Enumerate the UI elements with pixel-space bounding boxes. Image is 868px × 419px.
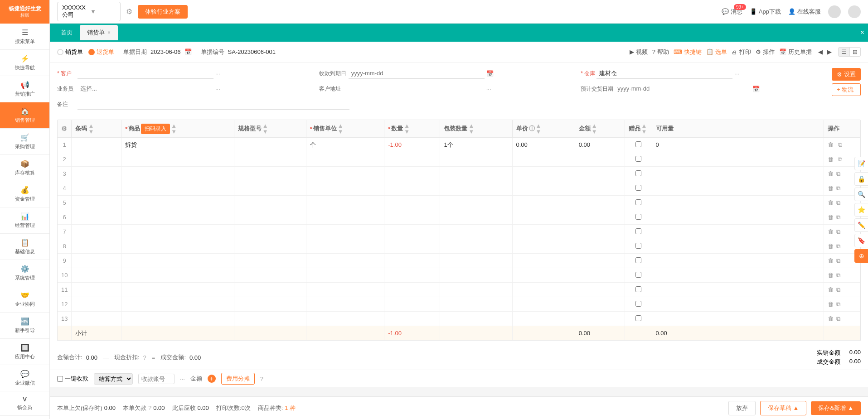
video-btn[interactable]: ▶ 视频 [630,48,648,56]
sidebar-item-marketing[interactable]: 📢 营销推广 [0,76,49,102]
row-3-copy-icon[interactable]: ⧉ [836,170,840,177]
sidebar-item-inventory[interactable]: 📦 库存核算 [0,155,49,181]
float-btn-orange[interactable]: ⊕ [854,249,868,263]
float-btn-edit[interactable]: ✏️ [854,218,868,232]
sidebar-item-finance[interactable]: 💰 资金管理 [0,181,49,207]
row-2-product[interactable] [121,152,234,167]
scan-button[interactable]: 扫码录入 [141,124,170,134]
draft-button[interactable]: 保存草稿 ▲ [760,401,807,415]
warehouse-input[interactable] [596,68,732,79]
row-1-amount[interactable]: 0.00 [575,138,625,152]
row-2-package-qty[interactable] [440,152,512,167]
row-1-delete-icon[interactable]: 🗑 [828,141,834,148]
sidebar-item-sales[interactable]: 🏠 销售管理 [0,102,49,129]
calendar-expected-icon[interactable]: 📅 [752,86,760,92]
next-arrow[interactable]: ▶ [825,48,834,56]
discount-info-icon[interactable]: ? [143,354,146,361]
sidebar-item-apps[interactable]: 🔲 应用中心 [0,339,49,365]
row-11-copy-icon[interactable]: ⧉ [836,286,840,293]
debt-info-icon[interactable]: ? [148,405,151,411]
sidebar-item-system[interactable]: ⚙️ 系统管理 [0,260,49,286]
add-payment-button[interactable]: + [208,375,216,383]
row-1-gift[interactable] [625,138,652,152]
row-10-delete-icon[interactable]: 🗑 [828,272,834,279]
row-8-copy-icon[interactable]: ⧉ [836,243,840,250]
sidebar-item-quicknav[interactable]: ⚡ 快捷导航 [0,50,49,76]
print-btn[interactable]: 🖨 打印 [732,48,751,56]
row-2-delete-icon[interactable]: 🗑 [828,156,834,163]
save-new-button[interactable]: 保存&新增 ▲ [811,401,861,415]
radio-return[interactable]: 退货单 [88,48,114,56]
tab-home[interactable]: 首页 [53,25,80,40]
row-9-copy-icon[interactable]: ⧉ [836,257,840,264]
app-download-button[interactable]: 📱 App下载 [750,8,781,16]
row-3-delete-icon[interactable]: 🗑 [828,170,834,177]
calendar-payment-icon[interactable]: 📅 [486,70,494,77]
expense-help-icon[interactable]: ? [260,376,263,382]
logistics-button[interactable]: + 物流 [832,83,861,96]
row-7-delete-icon[interactable]: 🗑 [828,228,834,235]
row-1-quantity[interactable]: -1.00 [384,138,440,152]
prev-arrow[interactable]: ◀ [816,48,824,56]
sidebar-item-search[interactable]: ☰ 搜索菜单 [0,24,49,50]
tab-sales-order[interactable]: 销货单 × [80,25,118,40]
sidebar-item-basicinfo[interactable]: 📋 基础信息 [0,234,49,260]
row-2-quantity[interactable] [384,152,440,167]
row-12-copy-icon[interactable]: ⧉ [836,301,840,308]
sidebar-item-operations[interactable]: 📊 经营管理 [0,207,49,234]
tab-close-icon[interactable]: × [107,29,111,36]
price-info-icon[interactable]: ⓘ [529,125,535,133]
row-2-price[interactable] [512,152,575,167]
row-2-unit[interactable] [306,152,384,167]
shortcut-btn[interactable]: ⌨ 快捷键 [674,48,702,56]
float-btn-bookmark[interactable]: 🔖 [854,234,868,247]
row-2-gift[interactable] [625,152,652,167]
row-4-delete-icon[interactable]: 🗑 [828,185,834,192]
row-10-copy-icon[interactable]: ⧉ [836,272,840,279]
sidebar-item-enterprise[interactable]: 🤝 企业协同 [0,286,49,313]
history-btn[interactable]: 📅 历史单据 [779,48,812,56]
row-2-copy-icon[interactable]: ⧉ [838,156,842,163]
warehouse-dots-icon[interactable]: ··· [734,70,739,77]
row-2-barcode[interactable] [72,152,121,167]
list-view-btn[interactable]: ☰ [839,48,850,56]
row-8-delete-icon[interactable]: 🗑 [828,243,834,250]
settings-button[interactable]: ⚙ 设置 [832,68,861,81]
float-btn-notes[interactable]: 📝 [854,157,868,170]
sidebar-item-guide[interactable]: 🆕 新手引导 [0,313,49,339]
payment-date-input[interactable] [349,68,485,79]
float-btn-search[interactable]: 🔍 [854,188,868,201]
sidebar-item-wechat[interactable]: 💬 企业微信 [0,365,49,391]
float-btn-star[interactable]: ⭐ [854,203,868,217]
row-1-unit[interactable]: 个 [306,138,384,152]
account-input[interactable] [138,374,175,384]
float-btn-lock[interactable]: 🔒 [854,172,868,186]
row-5-delete-icon[interactable]: 🗑 [828,199,834,206]
one-click-payment-check[interactable]: 一键收款 [57,375,88,383]
message-button[interactable]: 💬 消息 99+ [722,8,742,16]
service-button[interactable]: 👤 在线客服 [788,8,821,16]
settings-icon[interactable]: ⚙ [126,7,132,16]
trial-button[interactable]: 体验行业方案 [138,5,188,19]
row-6-delete-icon[interactable]: 🗑 [828,214,834,221]
tabbar-close-icon[interactable]: × [860,29,864,37]
company-selector[interactable]: XXXXXX公司 ▼ [57,2,121,21]
settlement-select[interactable]: 结算方式 [94,373,133,385]
row-1-barcode[interactable] [72,138,121,152]
row-1-copy-icon[interactable]: ⧉ [838,141,842,148]
customer-input[interactable] [78,68,213,79]
grid-view-btn[interactable]: ⊞ [850,48,860,56]
row-1-price[interactable]: 0.00 [512,138,575,152]
sidebar-item-member[interactable]: V 畅会员 [0,391,49,416]
row-2-spec[interactable] [234,152,306,167]
help-btn[interactable]: ? 帮助 [652,48,669,56]
salesperson-dots-icon[interactable]: ··· [215,86,220,92]
customer-address-input[interactable] [349,83,485,94]
salesperson-input[interactable] [78,83,213,94]
row-9-delete-icon[interactable]: 🗑 [828,257,834,264]
goods-type-select[interactable]: 1 种 [285,404,296,412]
calendar-icon[interactable]: 📅 [184,48,192,55]
discard-button[interactable]: 放弃 [728,401,756,415]
address-dots-icon[interactable]: ··· [486,86,491,92]
table-settings-icon[interactable]: ⚙ [61,125,67,132]
